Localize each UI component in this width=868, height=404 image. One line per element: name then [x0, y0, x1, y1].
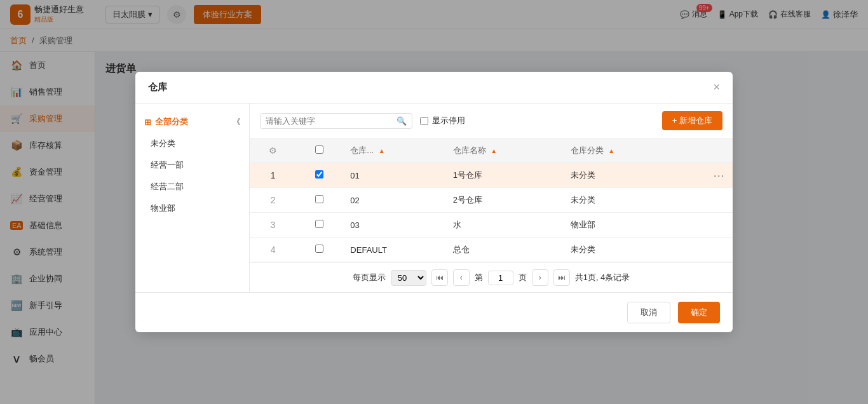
col-actions-header	[681, 138, 733, 163]
col-checkbox-header[interactable]	[296, 138, 342, 163]
sort-cat-icon: ▲	[608, 147, 614, 154]
row-checkbox[interactable]	[315, 220, 323, 228]
row-code: DEFAULT	[342, 238, 445, 262]
table-header-row: ⚙ 仓库... ▲ 仓库名称	[250, 138, 733, 163]
col-name-header: 仓库名称 ▲	[445, 138, 563, 163]
data-table: ⚙ 仓库... ▲ 仓库名称	[250, 138, 733, 262]
table-panel: 🔍 显示停用 + 新增仓库 ⚙	[250, 104, 733, 292]
grid-icon: ⊞	[144, 118, 151, 127]
row-checkbox-cell[interactable]	[296, 213, 342, 238]
page-number-input[interactable]	[488, 271, 513, 285]
table-body: 1 01 1号仓库 未分类 ··· 2 02 2号仓库 未分类 3 03 水 物…	[250, 163, 733, 262]
row-actions[interactable]	[681, 188, 733, 213]
first-page-button[interactable]: ⏮	[431, 269, 448, 286]
row-num: 1	[250, 163, 296, 188]
per-page-select[interactable]: 50 10 20 100	[391, 270, 426, 286]
row-actions[interactable]	[681, 238, 733, 262]
search-input[interactable]	[266, 116, 397, 126]
row-name: 1号仓库	[445, 163, 563, 188]
row-category: 物业部	[563, 213, 681, 238]
table-toolbar: 🔍 显示停用 + 新增仓库	[250, 104, 733, 138]
warehouse-modal: 仓库 × ⊞ 全部分类 《 未分类 经营一部 经营二部 物业部	[135, 72, 733, 332]
collapse-button[interactable]: 《	[233, 117, 240, 128]
col-code-header: 仓库... ▲	[342, 138, 445, 163]
search-icon: 🔍	[397, 116, 407, 126]
search-input-wrap[interactable]: 🔍	[260, 113, 412, 129]
row-checkbox-cell[interactable]	[296, 163, 342, 188]
modal-footer: 取消 确定	[135, 292, 733, 332]
row-checkbox-cell[interactable]	[296, 238, 342, 262]
row-code: 01	[342, 163, 445, 188]
confirm-button[interactable]: 确定	[678, 302, 720, 323]
all-category-header[interactable]: ⊞ 全部分类 《	[135, 111, 249, 133]
page-prefix: 第	[475, 272, 483, 283]
row-code: 02	[342, 188, 445, 213]
per-page-label: 每页显示	[353, 272, 386, 283]
table-row[interactable]: 2 02 2号仓库 未分类	[250, 188, 733, 213]
row-checkbox[interactable]	[315, 245, 323, 253]
row-num: 3	[250, 213, 296, 238]
row-category: 未分类	[563, 188, 681, 213]
col-category-header: 仓库分类 ▲	[563, 138, 681, 163]
modal-body: ⊞ 全部分类 《 未分类 经营一部 经营二部 物业部 🔍	[135, 104, 733, 292]
row-checkbox[interactable]	[315, 170, 323, 178]
select-all-checkbox[interactable]	[315, 145, 323, 154]
modal-header: 仓库 ×	[135, 72, 733, 104]
modal-overlay[interactable]: 仓库 × ⊞ 全部分类 《 未分类 经营一部 经营二部 物业部	[0, 0, 868, 404]
col-gear: ⚙	[250, 138, 296, 163]
row-actions[interactable]	[681, 213, 733, 238]
all-category-label: 全部分类	[155, 116, 188, 128]
category-item-property[interactable]: 物业部	[135, 198, 249, 219]
row-code: 03	[342, 213, 445, 238]
row-name: 2号仓库	[445, 188, 563, 213]
category-item-dept1[interactable]: 经营一部	[135, 154, 249, 176]
row-num: 4	[250, 238, 296, 262]
table-row[interactable]: 4 DEFAULT 总仓 未分类	[250, 238, 733, 262]
row-category: 未分类	[563, 163, 681, 188]
sort-name-icon: ▲	[491, 147, 497, 154]
sort-icon: ▲	[379, 147, 385, 154]
row-checkbox[interactable]	[315, 195, 323, 203]
row-name: 水	[445, 213, 563, 238]
last-page-button[interactable]: ⏭	[553, 269, 570, 286]
add-warehouse-button[interactable]: + 新增仓库	[662, 111, 722, 130]
show-disabled-checkbox-label[interactable]: 显示停用	[420, 115, 465, 126]
row-num: 2	[250, 188, 296, 213]
row-checkbox-cell[interactable]	[296, 188, 342, 213]
row-name: 总仓	[445, 238, 563, 262]
show-disabled-checkbox[interactable]	[420, 117, 428, 125]
table-row[interactable]: 3 03 水 物业部	[250, 213, 733, 238]
category-panel: ⊞ 全部分类 《 未分类 经营一部 经营二部 物业部	[135, 104, 250, 292]
next-page-button[interactable]: ›	[532, 269, 548, 286]
modal-close-button[interactable]: ×	[713, 81, 720, 94]
page-suffix: 页	[519, 272, 527, 283]
modal-title: 仓库	[148, 81, 167, 93]
cancel-button[interactable]: 取消	[627, 302, 670, 323]
table-row[interactable]: 1 01 1号仓库 未分类 ···	[250, 163, 733, 188]
row-actions[interactable]: ···	[681, 163, 733, 188]
prev-page-button[interactable]: ‹	[453, 269, 470, 286]
row-category: 未分类	[563, 238, 681, 262]
category-item-dept2[interactable]: 经营二部	[135, 176, 249, 198]
category-item-unclassified[interactable]: 未分类	[135, 133, 249, 154]
total-info: 共1页, 4条记录	[575, 272, 630, 283]
pagination: 每页显示 50 10 20 100 ⏮ ‹ 第 页 › ⏭ 共1页, 4条记录	[250, 262, 733, 292]
